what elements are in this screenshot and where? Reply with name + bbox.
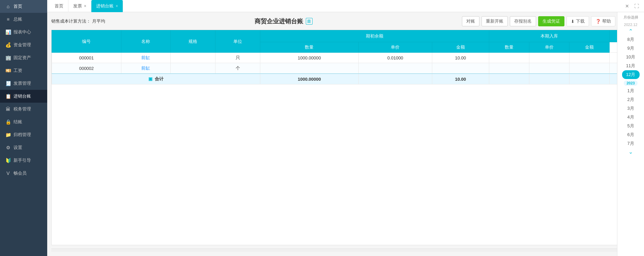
home-icon: ⌂ <box>5 4 11 9</box>
help-button[interactable]: ❓ 帮助 <box>591 16 615 26</box>
cell-init-amount: 10.00 <box>432 53 489 63</box>
month-item-10[interactable]: 10月 <box>622 53 640 61</box>
month-item-9[interactable]: 9月 <box>622 44 640 53</box>
sidebar-item-ledger[interactable]: ≡ 总账 <box>0 13 47 26</box>
help-label: 帮助 <box>602 18 611 24</box>
sidebar-item-settings[interactable]: ⚙ 设置 <box>0 141 47 154</box>
window-controls: ✕ ⛶ <box>624 3 640 9</box>
compare-button[interactable]: 对账 <box>462 16 479 26</box>
sidebar-item-label: 畅会员 <box>13 170 27 176</box>
sidebar-item-capital[interactable]: 💰 资金管理 <box>0 39 47 51</box>
tab-invoice[interactable]: 发票 × <box>68 0 91 12</box>
month-item-5[interactable]: 5月 <box>622 122 640 130</box>
sidebar: ⌂ 首页 ≡ 总账 📊 报表中心 💰 资金管理 🏢 固定资产 💴 工资 🧾 发票… <box>0 0 47 256</box>
table-body: 000001 前缸 只 1000.00000 0.01000 10.00 000… <box>52 53 640 84</box>
page-title-section: 商贸企业进销台账 目 <box>255 17 313 25</box>
sidebar-item-invoice-mgmt[interactable]: 🧾 发票管理 <box>0 77 47 90</box>
cell-code: 000002 <box>52 63 121 74</box>
tab-stock-ledger-label: 进销台账 <box>96 3 114 9</box>
invoice-icon: 🧾 <box>5 81 11 86</box>
tab-home[interactable]: 首页 <box>50 0 68 12</box>
col-init-amount: 金额 <box>432 42 489 53</box>
tab-stock-ledger-close[interactable]: × <box>116 4 118 8</box>
sidebar-item-vip[interactable]: V 畅会员 <box>0 167 47 180</box>
sidebar-item-label: 报表中心 <box>13 29 31 35</box>
sidebar-item-report[interactable]: 📊 报表中心 <box>0 26 47 39</box>
month-item-8[interactable]: 8月 <box>622 35 640 44</box>
scroll-down-button[interactable]: ⌄ <box>628 149 633 155</box>
sidebar-item-tax[interactable]: 🏛 税务管理 <box>0 103 47 116</box>
generate-button[interactable]: 生成凭证 <box>538 16 564 26</box>
month-item-1[interactable]: 1月 <box>622 86 640 95</box>
sidebar-item-archive[interactable]: 📁 归档管理 <box>0 128 47 141</box>
close-window-button[interactable]: ✕ <box>624 3 631 9</box>
month-item-12[interactable]: 12月 <box>622 70 640 79</box>
cell-unit: 只 <box>215 53 260 63</box>
month-panel: 月份选择 2022.12 ⌃ 8月 9月 10月 11月 12月 2023 1月… <box>617 12 644 256</box>
horizontal-scrollbar[interactable] <box>51 249 640 252</box>
sidebar-item-label: 归档管理 <box>13 132 31 138</box>
cell-init-qty <box>260 63 358 74</box>
sidebar-item-label: 结账 <box>13 119 22 125</box>
sidebar-item-close[interactable]: 🔒 结账 <box>0 116 47 128</box>
month-item-2[interactable]: 2月 <box>622 95 640 104</box>
year-2023-label: 2023 <box>624 80 637 86</box>
cell-in-amount <box>569 63 610 74</box>
sidebar-item-label: 设置 <box>13 145 22 151</box>
cell-spec <box>171 53 215 63</box>
month-item-4[interactable]: 4月 <box>622 113 640 122</box>
download-label: 下载 <box>576 18 585 24</box>
month-item-11[interactable]: 11月 <box>622 61 640 70</box>
cell-init-price: 0.01000 <box>358 53 432 63</box>
title-info-icon[interactable]: 目 <box>306 18 313 25</box>
col-name: 名称 <box>121 30 170 53</box>
col-in-qty: 数量 <box>489 42 529 53</box>
tab-stock-ledger[interactable]: 进销台账 × <box>91 0 123 12</box>
download-button[interactable]: ⬇ 下载 <box>566 16 589 26</box>
help-icon: ❓ <box>595 19 601 24</box>
sidebar-item-label: 进销台账 <box>13 93 31 99</box>
page-title: 商贸企业进销台账 <box>255 17 303 25</box>
col-init-price: 单价 <box>358 42 432 53</box>
stock-table: 编号 名称 规格 单位 期初余额 本期入库 数 数量 单价 金额 数量 单价 <box>52 30 640 84</box>
col-period-init: 期初余额 <box>260 30 489 42</box>
guide-icon: 🔰 <box>5 158 11 163</box>
salary-icon: 💴 <box>5 68 11 73</box>
sidebar-item-label: 总账 <box>13 16 22 22</box>
cell-init-price <box>358 63 432 74</box>
cell-spec <box>171 63 215 74</box>
sidebar-item-label: 固定资产 <box>13 55 31 61</box>
table-container: 编号 名称 规格 单位 期初余额 本期入库 数 数量 单价 金额 数量 单价 <box>51 30 640 245</box>
reopen-button[interactable]: 重新开账 <box>481 16 508 26</box>
tax-icon: 🏛 <box>5 106 11 112</box>
fixed-icon: 🏢 <box>5 55 11 60</box>
scroll-up-button[interactable]: ⌃ <box>628 28 633 34</box>
cell-in-price <box>529 63 569 74</box>
settings-icon: ⚙ <box>5 145 11 150</box>
page-content: 销售成本计算方法： 月平均 商贸企业进销台账 目 对账 重新开账 存报别名 生成… <box>47 12 644 256</box>
sidebar-item-home[interactable]: ⌂ 首页 <box>0 0 47 13</box>
capital-icon: 💰 <box>5 42 11 48</box>
sidebar-item-fixed[interactable]: 🏢 固定资产 <box>0 51 47 64</box>
cell-in-price <box>529 53 569 63</box>
sidebar-item-salary[interactable]: 💴 工资 <box>0 64 47 77</box>
col-code: 编号 <box>52 30 121 53</box>
tab-home-label: 首页 <box>55 3 63 9</box>
stock-icon: 📋 <box>5 94 11 99</box>
month-item-6[interactable]: 6月 <box>622 130 640 139</box>
month-item-7[interactable]: 7月 <box>622 139 640 148</box>
month-item-3[interactable]: 3月 <box>622 104 640 113</box>
tab-invoice-close[interactable]: × <box>84 4 86 8</box>
sidebar-item-label: 资金管理 <box>13 42 31 48</box>
archive-icon: 📁 <box>5 132 11 137</box>
sidebar-item-label: 税务管理 <box>13 106 31 112</box>
cell-code: 000001 <box>52 53 121 63</box>
tab-bar: 首页 发票 × 进销台账 × <box>47 0 644 12</box>
sidebar-item-guide[interactable]: 🔰 新手引导 <box>0 154 47 167</box>
cell-init-amount <box>432 63 489 74</box>
total-init-price <box>358 74 432 84</box>
close-accounts-icon: 🔒 <box>5 119 11 125</box>
sidebar-item-stock[interactable]: 📋 进销台账 <box>0 90 47 103</box>
save-as-button[interactable]: 存报别名 <box>510 16 536 26</box>
maximize-window-button[interactable]: ⛶ <box>633 3 640 9</box>
